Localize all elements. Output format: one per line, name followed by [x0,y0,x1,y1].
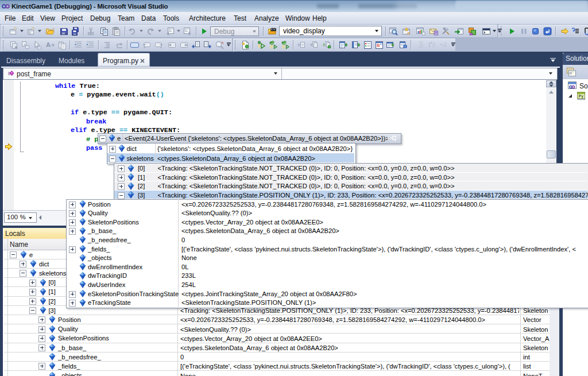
svg-text:!: ! [404,45,405,49]
svg-text:Py: Py [579,94,584,99]
svg-text:A: A [46,41,51,48]
